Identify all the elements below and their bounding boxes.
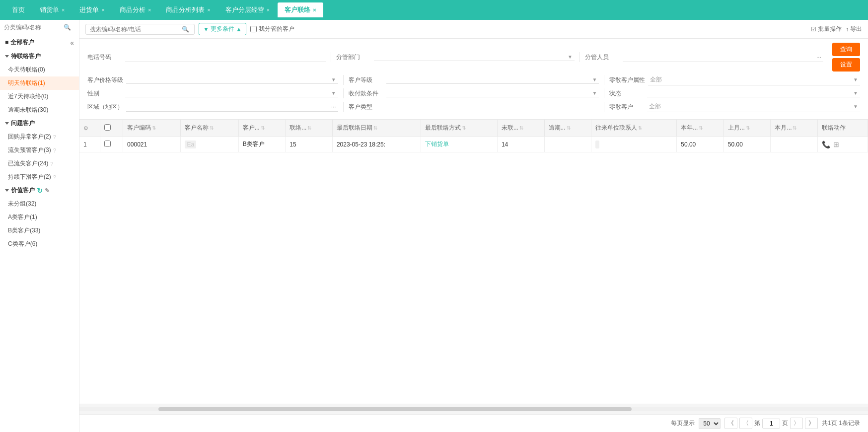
retail-customer-select[interactable]: 全部 ▼ (647, 101, 860, 112)
sort-date-icon[interactable]: ⇅ (373, 125, 377, 131)
gender-select[interactable]: ▼ (125, 89, 338, 97)
sort-year-icon[interactable]: ⇅ (699, 125, 703, 131)
td-contact-person (591, 137, 677, 152)
page-number-input[interactable] (762, 419, 780, 429)
retail-attr-label: 零散客户属性 (609, 76, 645, 84)
my-customers-checkbox[interactable] (250, 26, 257, 32)
refresh-icon[interactable]: ↻ (37, 187, 43, 195)
my-customers-checkbox-label[interactable]: 我分管的客户 (250, 25, 294, 33)
help-icon-4[interactable]: ? (53, 174, 56, 180)
edit-icon[interactable]: ✎ (45, 187, 50, 194)
sort-name-icon[interactable]: ⇅ (210, 125, 214, 131)
sidebar-item-churn-warning[interactable]: 流失预警客户(3) ? (0, 144, 79, 157)
sidebar-item-7day-pending[interactable]: 近7天待联络(0) (0, 90, 79, 103)
sidebar-search-input[interactable] (4, 24, 64, 31)
region-more-icon[interactable]: ··· (331, 103, 336, 110)
nav-item-analysis-list[interactable]: 商品分析列表 × (159, 2, 217, 17)
help-icon-3[interactable]: ? (50, 161, 53, 167)
filter-row-1: 电话号码 分管部门 ▼ 分管人员 ··· (87, 43, 860, 72)
grid-action-icon[interactable]: ⊞ (833, 141, 839, 148)
phone-input[interactable] (125, 53, 326, 62)
sidebar-item-b-class[interactable]: B类客户(33) (0, 224, 79, 237)
sidebar-item-churned[interactable]: 已流失客户(24) ? (0, 157, 79, 170)
sidebar-item-a-class[interactable]: A类客户(1) (0, 211, 79, 224)
nav-item-analysis[interactable]: 商品分析 × (113, 2, 158, 17)
sort-last-month-icon[interactable]: ⇅ (746, 125, 750, 131)
nav-close-customer-contact[interactable]: × (313, 7, 316, 13)
sidebar-all-customers[interactable]: ■ 全部客户 « (0, 35, 79, 50)
region-select[interactable]: ··· (126, 102, 338, 112)
help-icon-1[interactable]: ? (53, 134, 56, 140)
th-name: 客户名称⇅ (181, 120, 238, 137)
h-scrollbar-area (79, 404, 868, 414)
sidebar-item-c-class[interactable]: C类客户(6) (0, 237, 79, 251)
value-grade-select[interactable]: ▼ (126, 76, 338, 84)
retail-attr-select[interactable]: 全部 ▼ (648, 74, 860, 85)
filter-gender: 性别 ▼ (87, 89, 338, 98)
settings-icon[interactable]: ⚙ (83, 125, 88, 131)
table-row: 1 000021 Ea B类客户 15 2023-05-23 18:25: 下销… (79, 137, 868, 152)
customer-type-select[interactable] (386, 106, 599, 108)
row-checkbox[interactable] (104, 141, 111, 147)
last-page-button[interactable]: 》 (805, 418, 818, 429)
phone-action-icon[interactable]: 📞 (822, 141, 830, 148)
manager-select[interactable]: ··· (623, 53, 823, 62)
sidebar-item-today-pending[interactable]: 今天待联络(0) (0, 63, 79, 76)
sort-contact-icon[interactable]: ⇅ (307, 125, 311, 131)
nav-item-customer-layered[interactable]: 客户分层经营 × (218, 2, 277, 17)
filter-dept: 分管部门 ▼ (336, 53, 575, 62)
sidebar-item-declining[interactable]: 持续下滑客户(2) ? (0, 170, 79, 184)
sidebar-item-overdue-pending[interactable]: 逾期未联络(30) (0, 103, 79, 117)
sort-person-icon[interactable]: ⇅ (638, 125, 642, 131)
nav-close-sales[interactable]: × (62, 7, 65, 13)
next-page-button[interactable]: 〉 (790, 418, 803, 429)
nav-item-sales[interactable]: 销货单 × (33, 2, 72, 17)
dept-select[interactable]: ▼ (374, 53, 575, 61)
sidebar-item-tomorrow-pending[interactable]: 明天待联络(1) (0, 76, 79, 90)
query-button[interactable]: 查询 (832, 43, 860, 56)
prev-page-button[interactable]: 〈 (739, 418, 752, 429)
sort-this-month-icon[interactable]: ⇅ (793, 125, 796, 131)
sort-method-icon[interactable]: ⇅ (462, 125, 466, 131)
status-arrow-icon: ▼ (853, 90, 858, 96)
gender-label: 性别 (87, 89, 122, 98)
nav-close-analysis-list[interactable]: × (207, 7, 210, 13)
nav-close-analysis[interactable]: × (148, 7, 151, 13)
sidebar-item-ungrouped[interactable]: 未分组(32) (0, 197, 79, 211)
nav-close-purchase[interactable]: × (101, 7, 104, 13)
sidebar-item-repurchase-abnormal[interactable]: 回购异常客户(2) ? (0, 130, 79, 144)
export-button[interactable]: ↑ 导出 (846, 25, 862, 33)
filter-value-grade: 客户价格等级 ▼ (87, 76, 338, 84)
td-this-year: 50.00 (677, 137, 724, 152)
nav-item-home[interactable]: 首页 (5, 2, 32, 17)
setting-button[interactable]: 设置 (832, 58, 860, 72)
select-all-checkbox[interactable] (104, 124, 111, 131)
page-unit-label: 页 (782, 419, 788, 428)
sort-overdue-icon[interactable]: ⇅ (567, 125, 571, 131)
status-select[interactable]: ▼ (647, 89, 860, 97)
nav-close-customer-layered[interactable]: × (267, 7, 270, 13)
main-search-input[interactable] (90, 26, 182, 33)
nav-item-purchase[interactable]: 进货单 × (72, 2, 111, 17)
help-icon-2[interactable]: ? (53, 147, 56, 153)
th-this-year: 本年...⇅ (677, 120, 724, 137)
collapse-icon[interactable]: « (70, 39, 74, 47)
sort-type-icon[interactable]: ⇅ (261, 125, 265, 131)
more-filter-button[interactable]: ▼ 更多条件 ▲ (199, 23, 246, 35)
first-page-button[interactable]: 《 (724, 418, 737, 429)
batch-operation-button[interactable]: ☑ 批量操作 (811, 25, 842, 33)
nav-item-customer-contact[interactable]: 客户联络 × (278, 2, 323, 17)
per-page-select[interactable]: 50 (699, 418, 721, 429)
sidebar-search-icon[interactable]: 🔍 (64, 24, 71, 31)
h-scrollbar-track[interactable] (79, 407, 868, 411)
main-search-icon[interactable]: 🔍 (182, 26, 189, 33)
payment-select[interactable]: ▼ (386, 89, 599, 97)
customer-grade-select[interactable]: ▼ (386, 76, 599, 84)
last-method-link[interactable]: 下销货单 (425, 141, 449, 147)
th-actions: 联络动作 (818, 120, 868, 137)
manager-more-icon[interactable]: ··· (816, 54, 821, 61)
h-scrollbar-thumb[interactable] (158, 407, 632, 411)
sort-unlink-icon[interactable]: ⇅ (519, 125, 523, 131)
table-header-row: ⚙ 客户编码⇅ 客户名称⇅ 客户...⇅ 联络...⇅ 最后联络日期⇅ 最后联络… (79, 120, 868, 137)
sort-code-icon[interactable]: ⇅ (152, 125, 156, 131)
